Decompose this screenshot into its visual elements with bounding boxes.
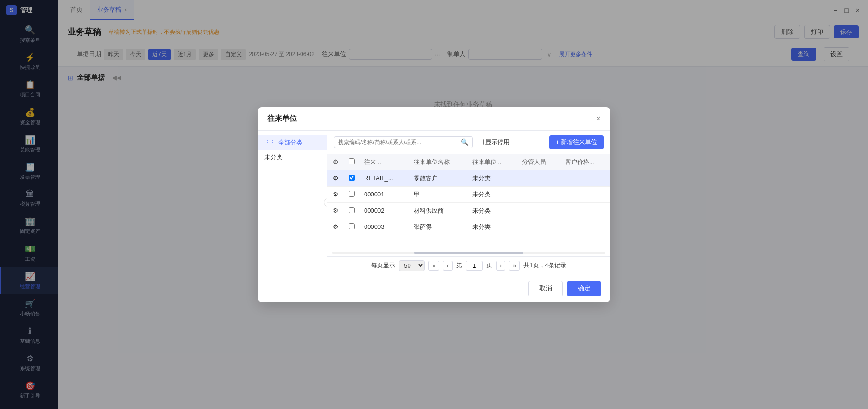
table-row[interactable]: ⚙ 000001 甲 未分类 bbox=[327, 186, 610, 202]
row-manager-3 bbox=[517, 202, 560, 219]
show-disabled-label: 显示停用 bbox=[485, 138, 509, 146]
uncategorized-label: 未分类 bbox=[264, 154, 283, 161]
panel-collapse-button[interactable]: ◀ bbox=[324, 198, 327, 207]
row-category-3: 未分类 bbox=[468, 202, 517, 219]
row-category-2: 未分类 bbox=[468, 186, 517, 202]
row-checkbox-1 bbox=[344, 170, 359, 186]
row-select-checkbox[interactable] bbox=[349, 223, 355, 229]
last-page-button[interactable]: » bbox=[509, 261, 520, 271]
scrollbar-thumb[interactable] bbox=[414, 252, 523, 254]
row-select-checkbox[interactable] bbox=[349, 175, 355, 181]
row-manager-2 bbox=[517, 186, 560, 202]
search-input[interactable] bbox=[338, 139, 459, 145]
row-checkbox-3 bbox=[344, 202, 359, 219]
next-page-button[interactable]: › bbox=[496, 261, 505, 271]
row-code-2: 000001 bbox=[359, 186, 409, 202]
row-price-3 bbox=[560, 202, 610, 219]
row-select-checkbox[interactable] bbox=[349, 207, 355, 213]
table-row[interactable]: ⚙ RETAIL_... 零散客户 未分类 bbox=[327, 170, 610, 186]
partner-table-wrap: ⚙ 往来... 往来单位名称 往来单位... 分管人员 客户价格... bbox=[327, 154, 610, 250]
col-header-settings: ⚙ bbox=[327, 154, 344, 170]
table-row[interactable]: ⚙ 000003 张萨得 未分类 bbox=[327, 219, 610, 235]
show-disabled-checkbox-group: 显示停用 bbox=[478, 138, 509, 146]
row-price-1 bbox=[560, 170, 610, 186]
search-box: 🔍 bbox=[334, 136, 473, 148]
row-manager-4 bbox=[517, 219, 560, 235]
col-header-name: 往来单位名称 bbox=[409, 154, 468, 170]
table-header-row: ⚙ 往来... 往来单位名称 往来单位... 分管人员 客户价格... bbox=[327, 154, 610, 170]
dialog-toolbar: 🔍 显示停用 + 新增往来单位 bbox=[327, 131, 610, 154]
search-icon: 🔍 bbox=[461, 138, 469, 146]
table-row[interactable]: ⚙ 000002 材料供应商 未分类 bbox=[327, 202, 610, 219]
row-category-4: 未分类 bbox=[468, 219, 517, 235]
pagination: 每页显示 50 100 « ‹ 第 页 › » 共1页，4条记录 bbox=[327, 256, 610, 275]
per-page-label: 每页显示 bbox=[371, 261, 395, 270]
col-header-checkbox bbox=[344, 154, 359, 170]
row-code-1: RETAIL_... bbox=[359, 170, 409, 186]
category-uncategorized[interactable]: 未分类 bbox=[258, 150, 327, 165]
row-category-1: 未分类 bbox=[468, 170, 517, 186]
col-header-code: 往来... bbox=[359, 154, 409, 170]
row-checkbox-2 bbox=[344, 186, 359, 202]
partner-table: ⚙ 往来... 往来单位名称 往来单位... 分管人员 客户价格... bbox=[327, 154, 610, 235]
category-grid-icon: ⋮⋮ bbox=[264, 139, 276, 146]
row-checkbox-4 bbox=[344, 219, 359, 235]
row-settings: ⚙ bbox=[327, 219, 344, 235]
category-panel: ⋮⋮ 全部分类 未分类 ◀ bbox=[258, 131, 327, 275]
dialog-title: 往来单位 bbox=[267, 114, 297, 124]
row-select-checkbox[interactable] bbox=[349, 191, 355, 197]
category-all-label: 全部分类 bbox=[278, 138, 302, 147]
row-name-2: 甲 bbox=[409, 186, 468, 202]
col-header-category: 往来单位... bbox=[468, 154, 517, 170]
dialog-close-button[interactable]: × bbox=[596, 114, 601, 124]
page-number-input[interactable] bbox=[466, 261, 483, 271]
dialog-right-panel: 🔍 显示停用 + 新增往来单位 ⚙ bbox=[327, 131, 610, 275]
row-price-4 bbox=[560, 219, 610, 235]
confirm-button[interactable]: 确定 bbox=[567, 281, 601, 296]
cancel-button[interactable]: 取消 bbox=[528, 281, 563, 296]
partner-dialog: 往来单位 × ⋮⋮ 全部分类 未分类 ◀ bbox=[258, 107, 610, 302]
row-name-3: 材料供应商 bbox=[409, 202, 468, 219]
per-page-select[interactable]: 50 100 bbox=[399, 260, 425, 271]
show-disabled-checkbox[interactable] bbox=[478, 139, 484, 145]
row-manager-1 bbox=[517, 170, 560, 186]
first-page-button[interactable]: « bbox=[428, 261, 439, 271]
row-name-1: 零散客户 bbox=[409, 170, 468, 186]
row-code-4: 000003 bbox=[359, 219, 409, 235]
dialog-header: 往来单位 × bbox=[258, 107, 610, 131]
dialog-body: ⋮⋮ 全部分类 未分类 ◀ 🔍 显示停用 bbox=[258, 131, 610, 275]
page-word: 第 bbox=[456, 261, 462, 270]
row-settings: ⚙ bbox=[327, 170, 344, 186]
page-label: 页 bbox=[486, 261, 492, 270]
add-partner-button[interactable]: + 新增往来单位 bbox=[549, 135, 604, 149]
modal-overlay[interactable]: 往来单位 × ⋮⋮ 全部分类 未分类 ◀ bbox=[0, 0, 868, 409]
row-settings: ⚙ bbox=[327, 186, 344, 202]
col-header-price: 客户价格... bbox=[560, 154, 610, 170]
category-all[interactable]: ⋮⋮ 全部分类 bbox=[258, 135, 327, 150]
dialog-footer: 取消 确定 bbox=[258, 275, 610, 302]
row-settings: ⚙ bbox=[327, 202, 344, 219]
row-price-2 bbox=[560, 186, 610, 202]
prev-page-button[interactable]: ‹ bbox=[443, 261, 452, 271]
total-records: 共1页，4条记录 bbox=[523, 261, 566, 270]
select-all-checkbox[interactable] bbox=[349, 158, 355, 164]
row-name-4: 张萨得 bbox=[409, 219, 468, 235]
horizontal-scrollbar[interactable] bbox=[332, 252, 605, 254]
row-code-3: 000002 bbox=[359, 202, 409, 219]
col-header-manager: 分管人员 bbox=[517, 154, 560, 170]
